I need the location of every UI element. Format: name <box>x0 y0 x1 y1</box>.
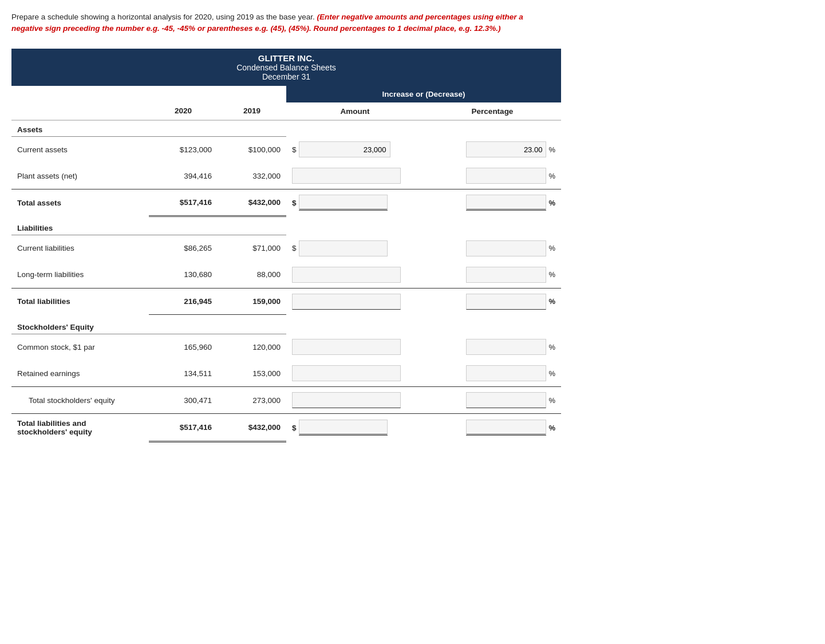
current-assets-pct-input[interactable] <box>466 141 546 157</box>
row-common-stock: Common stock, $1 par 165,960 120,000 % <box>11 334 561 360</box>
table-wrapper: GLITTER INC. Condensed Balance Sheets De… <box>11 49 561 442</box>
common-stock-pct-input[interactable] <box>466 339 546 355</box>
total-liabilities-label: Total liabilities <box>11 288 149 315</box>
current-liabilities-pct-cell: % <box>424 235 561 262</box>
current-assets-amount-wrapper: $ <box>292 141 418 157</box>
plant-assets-label: Plant assets (net) <box>11 163 149 189</box>
common-stock-pct-wrapper: % <box>429 339 555 355</box>
instructions: Prepare a schedule showing a horizontal … <box>11 11 527 35</box>
row-total-equity: Total stockholders' equity 300,471 273,0… <box>11 387 561 414</box>
section-assets: Assets <box>11 120 561 137</box>
plant-assets-2019: 332,000 <box>218 163 286 189</box>
column-headers-row: 2020 2019 Amount Percentage <box>11 102 561 120</box>
current-liabilities-amount-cell: $ <box>286 235 424 262</box>
total-assets-amount-cell: $ <box>286 189 424 216</box>
subtitle1: Condensed Balance Sheets <box>17 63 555 72</box>
total-equity-label: Total stockholders' equity <box>11 387 149 414</box>
balance-sheet-table: GLITTER INC. Condensed Balance Sheets De… <box>11 49 561 442</box>
current-liabilities-2019: $71,000 <box>218 235 286 262</box>
common-stock-pct-sign: % <box>548 343 555 351</box>
plant-assets-amount-input[interactable] <box>292 168 401 184</box>
company-header-cell: GLITTER INC. Condensed Balance Sheets De… <box>11 49 561 86</box>
plant-assets-pct-input[interactable] <box>466 168 546 184</box>
current-assets-pct-sign: % <box>548 145 555 154</box>
longterm-liabilities-pct-input[interactable] <box>466 267 546 283</box>
total-equity-amount-cell <box>286 387 424 414</box>
company-name: GLITTER INC. <box>17 53 555 63</box>
total-assets-pct-cell: % <box>424 189 561 216</box>
current-assets-amount-cell: $ <box>286 136 424 163</box>
liabilities-label: Liabilities <box>11 216 149 235</box>
total-liabilities-2020: 216,945 <box>149 288 218 315</box>
total-assets-2020: $517,416 <box>149 189 218 216</box>
retained-earnings-amount-cell <box>286 360 424 387</box>
current-liabilities-amount-input[interactable] <box>299 240 388 256</box>
current-liabilities-dollar: $ <box>292 244 297 252</box>
total-liabilities-pct-cell: % <box>424 288 561 315</box>
common-stock-2020: 165,960 <box>149 334 218 360</box>
row-total-liab-equity: Total liabilities andstockholders' equit… <box>11 414 561 442</box>
total-liab-equity-amount-cell: $ <box>286 414 424 442</box>
retained-earnings-pct-sign: % <box>548 369 555 378</box>
total-liabilities-amount-input[interactable] <box>292 294 401 310</box>
total-assets-dollar: $ <box>292 199 297 207</box>
retained-earnings-label: Retained earnings <box>11 360 149 387</box>
current-liabilities-label: Current liabilities <box>11 235 149 262</box>
instruction-text1: Prepare a schedule showing a horizontal … <box>11 13 315 21</box>
total-liabilities-pct-wrapper: % <box>429 294 555 310</box>
inc-dec-header: Increase or (Decrease) <box>286 86 561 103</box>
total-liab-equity-amount-input[interactable] <box>299 420 388 436</box>
current-liabilities-pct-input[interactable] <box>466 240 546 256</box>
section-liabilities: Liabilities <box>11 216 561 235</box>
total-equity-pct-sign: % <box>548 396 555 405</box>
col-amount-header: Amount <box>286 102 424 120</box>
total-liabilities-pct-sign: % <box>548 297 555 306</box>
total-assets-pct-wrapper: % <box>429 195 555 211</box>
total-assets-pct-input[interactable] <box>466 195 546 211</box>
total-assets-pct-sign: % <box>548 199 555 207</box>
longterm-liabilities-label: Long-term liabilities <box>11 262 149 289</box>
longterm-liabilities-pct-cell: % <box>424 262 561 289</box>
total-liab-equity-pct-input[interactable] <box>466 420 546 436</box>
current-assets-2019: $100,000 <box>218 136 286 163</box>
total-assets-label: Total assets <box>11 189 149 216</box>
plant-assets-2020: 394,416 <box>149 163 218 189</box>
retained-earnings-pct-cell: % <box>424 360 561 387</box>
row-longterm-liabilities: Long-term liabilities 130,680 88,000 % <box>11 262 561 289</box>
equity-label: Stockholders' Equity <box>11 315 149 334</box>
common-stock-amount-cell <box>286 334 424 360</box>
total-equity-pct-input[interactable] <box>466 392 546 408</box>
retained-earnings-2020: 134,511 <box>149 360 218 387</box>
total-assets-amount-wrapper: $ <box>292 195 418 211</box>
col-pct-header: Percentage <box>424 102 561 120</box>
common-stock-amount-input[interactable] <box>292 339 401 355</box>
current-liabilities-2020: $86,265 <box>149 235 218 262</box>
total-equity-pct-wrapper: % <box>429 392 555 408</box>
common-stock-label: Common stock, $1 par <box>11 334 149 360</box>
current-assets-amount-input[interactable] <box>299 141 390 157</box>
total-liab-equity-pct-cell: % <box>424 414 561 442</box>
retained-earnings-amount-input[interactable] <box>292 365 401 381</box>
plant-assets-amount-cell <box>286 163 424 189</box>
longterm-liabilities-amount-input[interactable] <box>292 267 401 283</box>
plant-assets-pct-wrapper: % <box>429 168 555 184</box>
col-label-header <box>11 102 149 120</box>
total-liabilities-2019: 159,000 <box>218 288 286 315</box>
longterm-liabilities-pct-sign: % <box>548 270 555 279</box>
row-current-assets: Current assets $123,000 $100,000 $ % <box>11 136 561 163</box>
row-retained-earnings: Retained earnings 134,511 153,000 % <box>11 360 561 387</box>
total-liabilities-pct-input[interactable] <box>466 294 546 310</box>
total-equity-amount-input[interactable] <box>292 392 401 408</box>
total-equity-2020: 300,471 <box>149 387 218 414</box>
assets-label: Assets <box>11 120 149 137</box>
total-equity-2019: 273,000 <box>218 387 286 414</box>
row-total-assets: Total assets $517,416 $432,000 $ % <box>11 189 561 216</box>
row-current-liabilities: Current liabilities $86,265 $71,000 $ % <box>11 235 561 262</box>
total-equity-pct-cell: % <box>424 387 561 414</box>
retained-earnings-pct-input[interactable] <box>466 365 546 381</box>
inc-dec-header-row: Increase or (Decrease) <box>11 86 561 103</box>
total-assets-amount-input[interactable] <box>299 195 388 211</box>
total-liab-equity-amount-wrapper: $ <box>292 420 418 436</box>
total-liab-equity-pct-sign: % <box>548 424 555 432</box>
total-assets-2019: $432,000 <box>218 189 286 216</box>
